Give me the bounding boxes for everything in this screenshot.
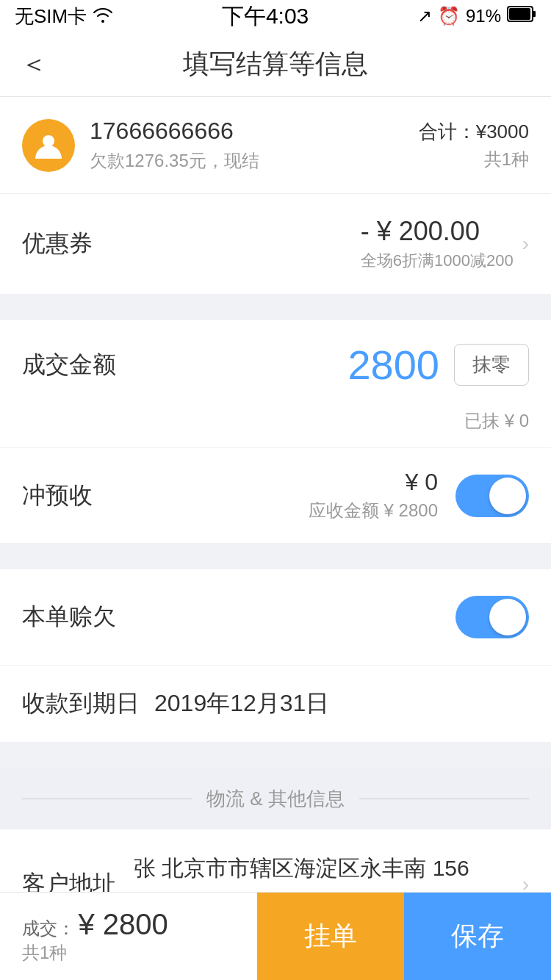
battery-text: 91% xyxy=(466,6,501,26)
amount-label: 成交金额 xyxy=(22,349,116,381)
logistics-label: 物流 & 其他信息 xyxy=(206,786,345,812)
total-label: 合计：¥3000 xyxy=(419,119,529,145)
divider-line-left xyxy=(22,799,192,799)
nav-bar: ＜ 填写结算等信息 xyxy=(0,32,551,97)
prepay-label: 冲预收 xyxy=(22,480,93,512)
coupon-amount: - ¥ 200.00 xyxy=(361,216,514,247)
battery-icon xyxy=(507,6,536,26)
debt-toggle[interactable] xyxy=(455,596,529,638)
wifi-icon xyxy=(93,5,113,28)
status-left: 无SIM卡 xyxy=(15,4,113,29)
sim-status: 无SIM卡 xyxy=(15,4,87,29)
debt-card: 本单赊欠 收款到期日 2019年12月31日 xyxy=(0,569,551,742)
prepay-toggle[interactable] xyxy=(455,475,529,517)
main-content: 17666666666 欠款1276.35元，现结 合计：¥3000 共1种 优… xyxy=(0,97,551,980)
due-row: 收款到期日 2019年12月31日 xyxy=(0,665,551,742)
avatar xyxy=(22,119,75,172)
due-label: 收款到期日 xyxy=(22,688,140,720)
gray-divider-1 xyxy=(0,306,551,320)
debt-toggle-thumb xyxy=(489,599,526,635)
bottom-summary: 成交： ¥ 2800 共1种 xyxy=(0,908,257,965)
save-button[interactable]: 保存 xyxy=(404,893,551,981)
customer-note: 欠款1276.35元，现结 xyxy=(90,149,259,173)
amount-sub: 已抹 ¥ 0 xyxy=(0,409,551,447)
customer-card: 17666666666 欠款1276.35元，现结 合计：¥3000 共1种 优… xyxy=(0,97,551,294)
round-button[interactable]: 抹零 xyxy=(454,344,529,386)
page-title: 填写结算等信息 xyxy=(183,46,368,82)
coupon-row[interactable]: 优惠券 - ¥ 200.00 全场6折满1000减200 › xyxy=(0,193,551,294)
prepay-amount: ¥ 0 xyxy=(309,469,438,496)
logistics-divider: 物流 & 其他信息 xyxy=(0,768,551,829)
coupon-desc: 全场6折满1000减200 xyxy=(361,250,514,272)
gray-divider-2 xyxy=(0,555,551,569)
chevron-right-icon: › xyxy=(522,232,529,256)
bottom-bar: 成交： ¥ 2800 共1种 挂单 保存 xyxy=(0,892,551,980)
prepay-row: 冲预收 ¥ 0 应收金额 ¥ 2800 xyxy=(0,447,551,543)
amount-row: 成交金额 2800 抹零 xyxy=(0,320,551,409)
summary-prefix: 成交： xyxy=(22,918,75,938)
location-icon: ↗ xyxy=(417,6,432,26)
total-count: 共1种 xyxy=(419,148,529,171)
summary-amount: ¥ 2800 xyxy=(78,908,168,940)
due-date: 2019年12月31日 xyxy=(154,688,329,720)
status-right: ↗ ⏰ 91% xyxy=(417,6,536,26)
amount-value: 2800 xyxy=(347,341,439,389)
toggle-thumb xyxy=(489,478,526,514)
gray-divider-3 xyxy=(0,754,551,768)
customer-row: 17666666666 欠款1276.35元，现结 合计：¥3000 共1种 xyxy=(0,97,551,193)
alarm-icon: ⏰ xyxy=(438,6,460,26)
back-button[interactable]: ＜ xyxy=(21,46,47,82)
summary-count: 共1种 xyxy=(22,941,235,965)
svg-rect-2 xyxy=(509,8,530,20)
svg-point-3 xyxy=(43,135,54,147)
pending-button[interactable]: 挂单 xyxy=(257,893,404,981)
coupon-label: 优惠券 xyxy=(22,228,93,260)
debt-label: 本单赊欠 xyxy=(22,601,116,633)
status-bar: 无SIM卡 下午4:03 ↗ ⏰ 91% xyxy=(0,0,551,32)
amount-section: 成交金额 2800 抹零 已抹 ¥ 0 冲预收 ¥ 0 应收金额 ¥ 2800 xyxy=(0,320,551,543)
prepay-sub: 应收金额 ¥ 2800 xyxy=(309,499,438,522)
divider-line-right xyxy=(359,799,529,799)
svg-rect-1 xyxy=(533,11,536,17)
debt-row: 本单赊欠 xyxy=(0,569,551,665)
customer-phone: 17666666666 xyxy=(90,118,259,145)
status-time: 下午4:03 xyxy=(222,1,309,32)
